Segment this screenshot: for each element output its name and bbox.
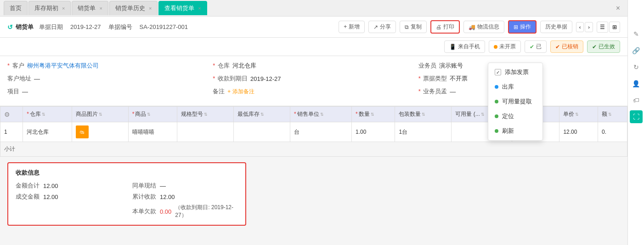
next-button[interactable]: › — [585, 22, 593, 32]
ticket-required: * — [418, 75, 421, 82]
col-image: 商品图片⇅ — [72, 107, 128, 122]
tab-history-close[interactable]: × — [149, 6, 152, 11]
row-image: 🛍 — [72, 122, 128, 142]
share-button[interactable]: ↗ 分享 — [368, 21, 396, 33]
overdue-value: 0.00 — [160, 208, 171, 215]
cumulative-label: 累计收款 — [132, 193, 156, 201]
total-amount-value: 12.00 — [43, 182, 58, 189]
col-unit-price: 单价⇅ — [559, 107, 598, 122]
tab-home[interactable]: 首页 — [4, 1, 28, 15]
out-warehouse-dot — [495, 85, 498, 89]
tab-bar: 首页 库存期初 × 销货单 × 销货单历史 × 查看销货单 × × — [0, 0, 627, 17]
available-qty-label: 可用量提取 — [502, 97, 532, 106]
tab-inventory[interactable]: 库存期初 × — [28, 1, 71, 15]
not-open-dot — [494, 45, 497, 49]
row-unit: 台 — [290, 122, 352, 142]
prev-button[interactable]: ‹ — [576, 22, 584, 32]
not-open-button[interactable]: 未开票 — [489, 40, 521, 53]
doc-meta: 单据日期 2019-12-27 单据编号 SA-20191227-001 — [39, 23, 188, 31]
add-invoice-checkbox: ✓ — [495, 69, 501, 75]
check-label: 已 — [536, 43, 542, 51]
tab-sales-close[interactable]: × — [99, 6, 102, 11]
sidebar-tag-icon[interactable]: 🏷 — [630, 94, 643, 107]
cancelled-label: 已核销 — [562, 43, 578, 51]
logistics-button[interactable]: 🚚 物流信息 — [463, 21, 504, 33]
operations-button[interactable]: ⊞ 操作 — [508, 20, 537, 34]
not-open-label: 未开票 — [499, 43, 516, 51]
window-close-button[interactable]: × — [612, 4, 624, 12]
locate-dot — [495, 114, 498, 118]
copy-button[interactable]: ⧉ 复制 — [400, 21, 427, 33]
share-icon: ↗ — [373, 24, 378, 30]
due-note: （收款到期日: 2019-12-27） — [175, 204, 238, 219]
doc-icon: ↺ — [7, 23, 13, 31]
operations-label: 操作 — [520, 23, 531, 31]
right-sidebar: ✎ 🔗 ↻ 👤 🏷 ⛶ — [627, 0, 644, 231]
out-warehouse-label: 出库 — [502, 83, 514, 91]
copy-icon: ⧉ — [405, 24, 409, 30]
doc-actions: + 新增 ↗ 分享 ⧉ 复制 🖨 打印 🚚 物流信息 ⊞ 操作 历史单据 — [339, 20, 620, 34]
salesman-label: * 业务员孟 — [418, 87, 447, 96]
add-invoice-label: 添加发票 — [505, 68, 529, 76]
sidebar-rotate-icon[interactable]: ↻ — [630, 61, 643, 74]
subtotal-label: 小计 — [0, 142, 627, 157]
tab-inventory-close[interactable]: × — [62, 6, 65, 11]
new-button[interactable]: + 新增 — [339, 21, 364, 33]
effective-icon: ✔ — [592, 44, 597, 50]
phone-icon: 📱 — [449, 44, 456, 50]
address-field: 客户地址 — — [7, 74, 209, 83]
deal-amount-value: 12.00 — [43, 194, 58, 200]
print-button[interactable]: 🖨 打印 — [430, 20, 460, 34]
from-phone-button[interactable]: 📱 来自手机 — [444, 40, 485, 53]
sidebar-link-icon[interactable]: 🔗 — [630, 44, 643, 57]
dropdown-add-invoice[interactable]: ✓ 添加发票 — [488, 65, 542, 80]
row-quantity: 1.00 — [351, 122, 395, 142]
available-qty-dot — [495, 100, 498, 103]
same-order-row: 同单现结 — — [132, 182, 238, 190]
dropdown-out-warehouse[interactable]: 出库 — [488, 80, 542, 94]
address-label: 客户地址 — [7, 74, 31, 83]
share-label: 分享 — [380, 23, 391, 31]
tab-sales[interactable]: 销货单 × — [72, 1, 108, 15]
dropdown-locate[interactable]: 定位 — [488, 109, 542, 124]
print-label: 打印 — [443, 23, 454, 31]
note-field: 备注 + 添加备注 — [213, 87, 414, 96]
customer-value[interactable]: 柳州粤港平安气体有限公司 — [27, 62, 99, 70]
tab-sales-label: 销货单 — [78, 4, 96, 12]
dropdown-refresh[interactable]: 刷新 — [488, 124, 542, 138]
row-no: 1 — [0, 122, 23, 142]
tab-history[interactable]: 销货单历史 × — [109, 1, 158, 15]
list-view-button[interactable]: ☰ — [597, 22, 608, 33]
check-icon-btn[interactable]: ✔ 已 — [525, 40, 547, 53]
add-note-button[interactable]: + 添加备注 — [227, 88, 254, 96]
payment-title: 收款信息 — [16, 169, 238, 177]
staff-label: 业务员 — [418, 62, 436, 70]
doc-date-label: 单据日期 — [39, 23, 63, 31]
sidebar-edit-icon[interactable]: ✎ — [630, 28, 643, 40]
deal-amount-label: 成交金额 — [16, 193, 40, 201]
sidebar-user-icon[interactable]: 👤 — [630, 77, 643, 90]
from-phone-label: 来自手机 — [458, 43, 480, 51]
tab-view[interactable]: 查看销货单 × — [158, 1, 207, 15]
print-icon: 🖨 — [436, 24, 441, 30]
customer-field: * 客户 柳州粤港平安气体有限公司 — [7, 62, 209, 70]
tab-view-close[interactable]: × — [198, 6, 201, 11]
project-label: 项目 — [7, 87, 19, 96]
cumulative-value: 12.00 — [160, 194, 175, 200]
check-icon: ✔ — [530, 44, 534, 50]
history-button[interactable]: 历史单据 — [540, 21, 572, 33]
sidebar-expand-icon[interactable]: ⛶ — [630, 110, 643, 123]
doc-title-text: 销货单 — [16, 23, 34, 31]
view-toggle: ☰ ⊞ — [597, 22, 620, 33]
col-settings[interactable]: ⚙ — [0, 107, 23, 122]
same-order-value: — — [160, 182, 166, 189]
row-pack-qty: 1台 — [395, 122, 452, 142]
dropdown-available-qty[interactable]: 可用量提取 — [488, 94, 542, 109]
overdue-row: 本单欠款 0.00 （收款到期日: 2019-12-27） — [132, 204, 238, 219]
nav-arrows: ‹ › — [576, 22, 593, 32]
cumulative-row: 累计收款 12.00 — [132, 193, 238, 201]
col-amount: 额⇅ — [598, 107, 627, 122]
total-amount-row: 金额合计 12.00 — [16, 182, 121, 190]
doc-title: ↺ 销货单 — [7, 23, 34, 31]
grid-view-button[interactable]: ⊞ — [609, 22, 620, 33]
